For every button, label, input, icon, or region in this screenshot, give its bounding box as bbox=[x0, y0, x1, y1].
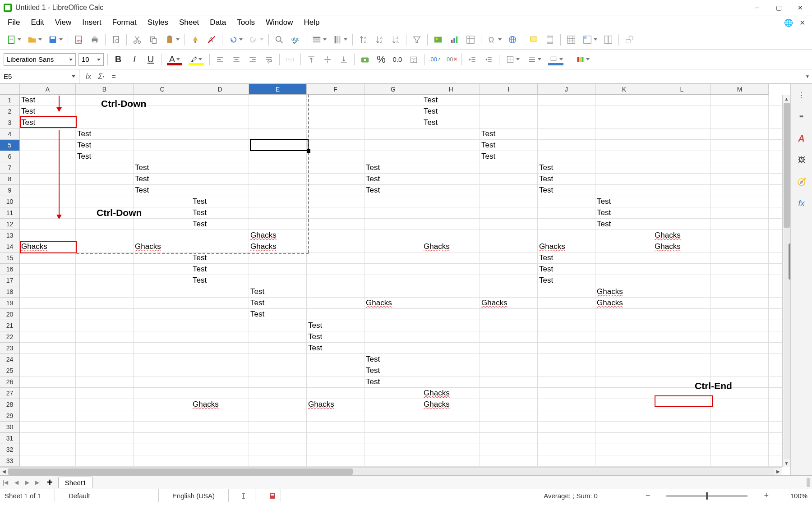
cell-D26[interactable] bbox=[191, 376, 249, 387]
cell-F24[interactable] bbox=[307, 354, 364, 365]
cell-E3[interactable] bbox=[249, 117, 307, 128]
sidebar-navigator-icon[interactable]: 🧭 bbox=[795, 175, 808, 188]
cell-I18[interactable] bbox=[480, 286, 538, 297]
minimize-button[interactable]: ─ bbox=[752, 3, 761, 12]
cell-L16[interactable] bbox=[653, 264, 711, 275]
cell-E21[interactable] bbox=[249, 320, 307, 331]
cell-C16[interactable] bbox=[134, 264, 191, 275]
sort-asc-button[interactable]: AZ bbox=[356, 33, 370, 46]
cell-K28[interactable] bbox=[595, 399, 653, 410]
cell-M29[interactable] bbox=[711, 410, 769, 421]
cell-A27[interactable] bbox=[20, 388, 76, 399]
cell-H23[interactable] bbox=[422, 343, 480, 353]
cell-A7[interactable] bbox=[20, 162, 76, 173]
cell-B24[interactable] bbox=[76, 354, 134, 365]
cell-H26[interactable] bbox=[422, 376, 480, 387]
remove-decimal-button[interactable]: .00✕ bbox=[444, 53, 458, 66]
cell-M17[interactable] bbox=[711, 275, 769, 286]
cell-D9[interactable] bbox=[191, 185, 249, 196]
cell-E17[interactable] bbox=[249, 275, 307, 286]
vertical-scrollbar[interactable]: ▲ ▼ bbox=[782, 95, 790, 467]
cell-A15[interactable] bbox=[20, 252, 76, 263]
cell-L12[interactable] bbox=[653, 219, 711, 229]
cell-B23[interactable] bbox=[76, 343, 134, 353]
cell-H14[interactable]: Ghacks bbox=[422, 241, 480, 252]
cell-D14[interactable] bbox=[191, 241, 249, 252]
tab-resize-handle[interactable] bbox=[807, 478, 810, 487]
format-date-button[interactable]: 7 bbox=[407, 53, 420, 66]
cell-C8[interactable]: Test bbox=[134, 174, 191, 184]
cell-J8[interactable]: Test bbox=[538, 174, 595, 184]
cell-L18[interactable] bbox=[653, 286, 711, 297]
cell-I21[interactable] bbox=[480, 320, 538, 331]
row-header-25[interactable]: 25 bbox=[0, 365, 20, 376]
cell-D27[interactable] bbox=[191, 388, 249, 399]
cell-L33[interactable] bbox=[653, 455, 711, 466]
cell-A4[interactable] bbox=[20, 128, 76, 139]
cell-L21[interactable] bbox=[653, 320, 711, 331]
row-header-7[interactable]: 7 bbox=[0, 162, 20, 174]
cell-H17[interactable] bbox=[422, 275, 480, 286]
cell-M5[interactable] bbox=[711, 140, 769, 151]
cell-M19[interactable] bbox=[711, 298, 769, 308]
cell-E1[interactable] bbox=[249, 95, 307, 106]
cell-M10[interactable] bbox=[711, 196, 769, 207]
cell-B7[interactable] bbox=[76, 162, 134, 173]
cell-J30[interactable] bbox=[538, 422, 595, 432]
cell-G25[interactable]: Test bbox=[364, 365, 422, 376]
cell-K14[interactable] bbox=[595, 241, 653, 252]
cell-I22[interactable] bbox=[480, 331, 538, 342]
cell-K1[interactable] bbox=[595, 95, 653, 106]
cell-C23[interactable] bbox=[134, 343, 191, 353]
cell-A31[interactable] bbox=[20, 433, 76, 444]
cell-I19[interactable]: Ghacks bbox=[480, 298, 538, 308]
cell-B4[interactable]: Test bbox=[76, 128, 134, 139]
cell-I14[interactable] bbox=[480, 241, 538, 252]
cell-F31[interactable] bbox=[307, 433, 364, 444]
cell-J19[interactable] bbox=[538, 298, 595, 308]
cell-E11[interactable] bbox=[249, 207, 307, 218]
col-header-G[interactable]: G bbox=[364, 84, 422, 95]
insert-pivot-button[interactable] bbox=[464, 33, 477, 46]
cell-K32[interactable] bbox=[595, 444, 653, 455]
cell-K20[interactable] bbox=[595, 309, 653, 320]
cell-B17[interactable] bbox=[76, 275, 134, 286]
cell-C9[interactable]: Test bbox=[134, 185, 191, 196]
cell-E32[interactable] bbox=[249, 444, 307, 455]
cell-J15[interactable]: Test bbox=[538, 252, 595, 263]
cell-D24[interactable] bbox=[191, 354, 249, 365]
print-button[interactable] bbox=[88, 33, 102, 46]
cell-L5[interactable] bbox=[653, 140, 711, 151]
cell-G28[interactable] bbox=[364, 399, 422, 410]
cell-G20[interactable] bbox=[364, 309, 422, 320]
cell-H15[interactable] bbox=[422, 252, 480, 263]
cell-E14[interactable]: Ghacks bbox=[249, 241, 307, 252]
cell-B29[interactable] bbox=[76, 410, 134, 421]
cell-M7[interactable] bbox=[711, 162, 769, 173]
menu-styles[interactable]: Styles bbox=[143, 16, 173, 29]
row-header-5[interactable]: 5 bbox=[0, 140, 20, 151]
cell-J11[interactable] bbox=[538, 207, 595, 218]
cell-E20[interactable]: Test bbox=[249, 309, 307, 320]
cell-I27[interactable] bbox=[480, 388, 538, 399]
cell-H7[interactable] bbox=[422, 162, 480, 173]
cell-J12[interactable] bbox=[538, 219, 595, 229]
cell-E29[interactable] bbox=[249, 410, 307, 421]
col-header-C[interactable]: C bbox=[134, 84, 191, 95]
cell-D11[interactable]: Test bbox=[191, 207, 249, 218]
row-header-11[interactable]: 11 bbox=[0, 207, 20, 219]
cell-J14[interactable]: Ghacks bbox=[538, 241, 595, 252]
cell-I9[interactable] bbox=[480, 185, 538, 196]
cell-M16[interactable] bbox=[711, 264, 769, 275]
cell-G6[interactable] bbox=[364, 151, 422, 162]
cell-D15[interactable]: Test bbox=[191, 252, 249, 263]
cell-L28[interactable] bbox=[653, 399, 711, 410]
wrap-text-button[interactable] bbox=[262, 53, 276, 66]
row-header-8[interactable]: 8 bbox=[0, 174, 20, 185]
cell-L7[interactable] bbox=[653, 162, 711, 173]
cell-K13[interactable] bbox=[595, 230, 653, 241]
cell-J22[interactable] bbox=[538, 331, 595, 342]
cell-J16[interactable]: Test bbox=[538, 264, 595, 275]
cell-I33[interactable] bbox=[480, 455, 538, 466]
row-header-20[interactable]: 20 bbox=[0, 309, 20, 320]
